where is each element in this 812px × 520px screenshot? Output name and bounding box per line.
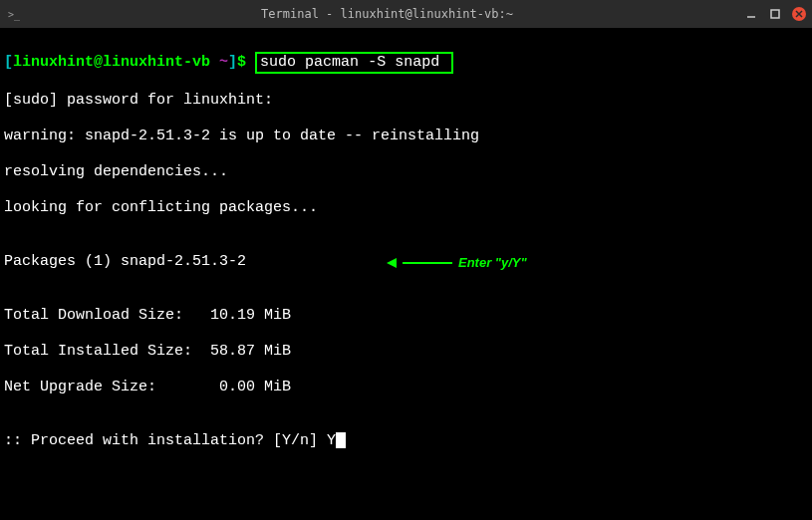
annotation-overlay: Enter "y/Y" [387, 254, 527, 272]
output-line: resolving dependencies... [4, 163, 808, 181]
proceed-input: Y [327, 432, 336, 449]
arrow-line-icon [403, 262, 452, 264]
window-controls [744, 7, 806, 21]
output-line: looking for conflicting packages... [4, 199, 808, 217]
prompt-close-bracket: ] [228, 54, 237, 71]
proceed-prompt: :: Proceed with installation? [Y/n] [4, 432, 327, 449]
output-line: Net Upgrade Size: 0.00 MiB [4, 379, 808, 396]
svg-rect-1 [771, 10, 779, 18]
maximize-button[interactable] [768, 7, 782, 21]
terminal-body[interactable]: [linuxhint@linuxhint-vb ~]$ sudo pacman … [0, 28, 812, 520]
cursor-block [336, 432, 346, 448]
annotation-text: Enter "y/Y" [458, 254, 527, 272]
command-highlight-box: sudo pacman -S snapd [255, 52, 453, 74]
prompt-tilde: ~ [210, 54, 228, 71]
terminal-icon: >_ [6, 6, 22, 22]
window-title: Terminal - linuxhint@linuxhint-vb:~ [30, 7, 744, 21]
prompt-dollar: $ [237, 54, 255, 71]
arrow-head-icon [387, 258, 397, 268]
output-line: warning: snapd-2.51.3-2 is up to date --… [4, 128, 808, 145]
output-line: Total Installed Size: 58.87 MiB [4, 343, 808, 361]
prompt-user-host: linuxhint@linuxhint-vb [13, 54, 210, 71]
prompt-open-bracket: [ [4, 54, 13, 71]
window-titlebar: >_ Terminal - linuxhint@linuxhint-vb:~ [0, 0, 812, 28]
prompt-line: [linuxhint@linuxhint-vb ~]$ sudo pacman … [4, 52, 808, 74]
minimize-button[interactable] [744, 7, 758, 21]
output-line: Total Download Size: 10.19 MiB [4, 307, 808, 325]
output-line: [sudo] password for linuxhint: [4, 92, 808, 110]
close-button[interactable] [792, 7, 806, 21]
output-prompt-line: :: Proceed with installation? [Y/n] Y [4, 432, 808, 450]
command-text: sudo pacman -S snapd [260, 54, 448, 71]
